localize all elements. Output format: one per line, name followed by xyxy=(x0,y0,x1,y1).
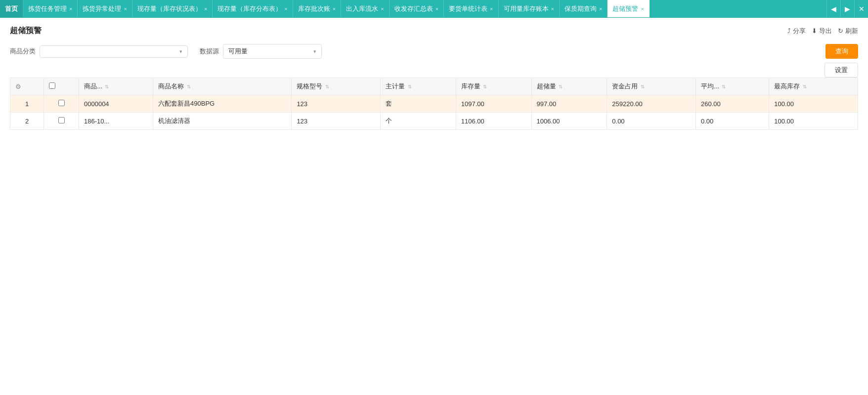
nav-home[interactable]: 首页 xyxy=(0,0,23,17)
nav-tab-kucunpici[interactable]: 库存批次账 × xyxy=(293,0,341,17)
nav-close-arrow[interactable]: ✕ xyxy=(854,0,868,17)
th-unit[interactable]: 主计量 ⇅ xyxy=(381,78,456,95)
nav-tab-xiancunliang2[interactable]: 现存量（库存分布表） × xyxy=(213,0,293,17)
close-icon[interactable]: × xyxy=(69,6,72,12)
select-all-checkbox[interactable] xyxy=(49,82,55,89)
nav-tab-churukuliushui[interactable]: 出入库流水 × xyxy=(341,0,389,17)
th-max-stock[interactable]: 最高库存 ⇅ xyxy=(769,78,858,95)
main-content: 超储预警 ⤴ 分享 ⬇ 导出 ↻ 刷新 商品分类 ▾ xyxy=(0,18,868,395)
row-select-checkbox[interactable] xyxy=(58,117,65,123)
export-button[interactable]: ⬇ 导出 xyxy=(812,27,832,36)
filter-inputs: 商品分类 ▾ 数据源 可用量 ▾ xyxy=(10,44,815,59)
right-btns: 查询 设置 xyxy=(825,44,858,78)
chevron-down-icon: ▾ xyxy=(313,48,316,55)
share-button[interactable]: ⤴ 分享 xyxy=(787,27,806,36)
row-overstock: 1006.00 xyxy=(531,113,607,130)
row-avg: 0.00 xyxy=(696,113,769,130)
nav-tab-shofacunhuizong[interactable]: 收发存汇总表 × xyxy=(390,0,444,17)
datasource-filter-group: 数据源 可用量 ▾ xyxy=(200,44,322,59)
th-product-name[interactable]: 商品名称 ⇅ xyxy=(153,78,292,95)
sort-icon: ⇅ xyxy=(187,84,191,89)
query-button[interactable]: 查询 xyxy=(825,44,858,59)
nav-tab-jianhuorenwu[interactable]: 拣货任务管理 × xyxy=(23,0,78,17)
table-header-row: ⚙ 商品... ⇅ 商品名称 ⇅ 规格型号 ⇅ 主计量 xyxy=(10,78,858,95)
row-capital: 0.00 xyxy=(607,113,696,130)
close-icon[interactable]: × xyxy=(381,6,384,12)
row-product-name: 六配套新昌490BPG xyxy=(153,95,292,113)
close-icon[interactable]: × xyxy=(333,6,336,12)
th-stock[interactable]: 库存量 ⇅ xyxy=(456,78,531,95)
nav-arrows-container: ◀ ▶ ✕ xyxy=(826,0,868,17)
nav-tab-jianhuoyichang[interactable]: 拣货异常处理 × xyxy=(78,0,132,17)
table-row: 2 186-10... 机油滤清器 123 个 1106.00 1006.00 … xyxy=(10,113,858,130)
sort-icon: ⇅ xyxy=(641,84,645,89)
th-capital[interactable]: 资金占用 ⇅ xyxy=(607,78,696,95)
row-overstock: 997.00 xyxy=(531,95,607,113)
row-stock: 1106.00 xyxy=(456,113,531,130)
category-label: 商品分类 xyxy=(10,47,36,56)
th-spec[interactable]: 规格型号 ⇅ xyxy=(292,78,381,95)
sort-icon: ⇅ xyxy=(803,84,807,89)
nav-tab-xiancunliang1[interactable]: 现存量（库存状况表） × xyxy=(132,0,213,17)
data-table: ⚙ 商品... ⇅ 商品名称 ⇅ 规格型号 ⇅ 主计量 xyxy=(10,78,858,130)
close-icon[interactable]: × xyxy=(490,6,493,12)
nav-tab-chaochuyujing[interactable]: 超储预警 × xyxy=(608,0,649,17)
row-spec: 123 xyxy=(292,95,381,113)
row-num-1: 1 xyxy=(10,95,44,113)
row-unit: 套 xyxy=(381,95,456,113)
nav-tab-baozhiqi[interactable]: 保质期查询 × xyxy=(560,0,608,17)
refresh-button[interactable]: ↻ 刷新 xyxy=(838,27,858,36)
row-num-2: 2 xyxy=(10,113,44,130)
close-icon[interactable]: × xyxy=(284,6,287,12)
th-avg[interactable]: 平均... ⇅ xyxy=(696,78,769,95)
row-spec: 123 xyxy=(292,113,381,130)
nav-next-arrow[interactable]: ▶ xyxy=(840,0,854,17)
th-settings: ⚙ xyxy=(10,78,44,95)
close-icon[interactable]: × xyxy=(435,6,438,12)
nav-tab-yaohuodantongji[interactable]: 要货单统计表 × xyxy=(444,0,498,17)
settings-button[interactable]: 设置 xyxy=(825,63,858,78)
row-select-checkbox[interactable] xyxy=(58,100,65,106)
export-icon: ⬇ xyxy=(812,27,817,35)
close-icon[interactable]: × xyxy=(204,6,207,12)
th-overstock[interactable]: 超储量 ⇅ xyxy=(531,78,607,95)
sort-icon: ⇅ xyxy=(722,84,726,89)
row-product-code: 0000004 xyxy=(79,95,153,113)
row-avg: 260.00 xyxy=(696,95,769,113)
sort-icon: ⇅ xyxy=(105,84,109,89)
sort-icon: ⇅ xyxy=(559,84,563,89)
row-max-stock: 100.00 xyxy=(769,95,858,113)
chevron-down-icon: ▾ xyxy=(179,48,182,55)
table-row: 1 0000004 六配套新昌490BPG 123 套 1097.00 997.… xyxy=(10,95,858,113)
top-nav: 首页 拣货任务管理 × 拣货异常处理 × 现存量（库存状况表） × 现存量（库存… xyxy=(0,0,868,18)
th-checkbox xyxy=(44,78,79,95)
page-title: 超储预警 xyxy=(10,26,42,36)
row-checkbox-2[interactable] xyxy=(44,113,79,130)
nav-tab-keyongliang[interactable]: 可用量库存账本 × xyxy=(499,0,560,17)
page-header: 超储预警 ⤴ 分享 ⬇ 导出 ↻ 刷新 xyxy=(10,26,858,36)
sort-icon: ⇅ xyxy=(483,84,487,89)
datasource-value: 可用量 xyxy=(228,47,248,56)
filter-row: 商品分类 ▾ 数据源 可用量 ▾ 查询 设置 xyxy=(10,44,858,78)
close-icon[interactable]: × xyxy=(641,6,644,12)
refresh-icon: ↻ xyxy=(838,27,843,35)
category-filter-group: 商品分类 ▾ xyxy=(10,45,188,58)
row-checkbox-1[interactable] xyxy=(44,95,79,113)
category-select[interactable]: ▾ xyxy=(40,45,188,58)
close-icon[interactable]: × xyxy=(599,6,602,12)
row-capital: 259220.00 xyxy=(607,95,696,113)
header-actions: ⤴ 分享 ⬇ 导出 ↻ 刷新 xyxy=(787,27,858,36)
th-product-code[interactable]: 商品... ⇅ xyxy=(79,78,153,95)
close-icon[interactable]: × xyxy=(124,6,127,12)
sort-icon: ⇅ xyxy=(408,84,412,89)
datasource-label: 数据源 xyxy=(200,47,219,56)
share-icon: ⤴ xyxy=(787,27,791,35)
gear-icon[interactable]: ⚙ xyxy=(15,83,21,90)
datasource-select[interactable]: 可用量 ▾ xyxy=(223,44,322,59)
close-icon[interactable]: × xyxy=(551,6,554,12)
row-product-name: 机油滤清器 xyxy=(153,113,292,130)
nav-prev-arrow[interactable]: ◀ xyxy=(826,0,840,17)
row-unit: 个 xyxy=(381,113,456,130)
row-stock: 1097.00 xyxy=(456,95,531,113)
row-product-code: 186-10... xyxy=(79,113,153,130)
